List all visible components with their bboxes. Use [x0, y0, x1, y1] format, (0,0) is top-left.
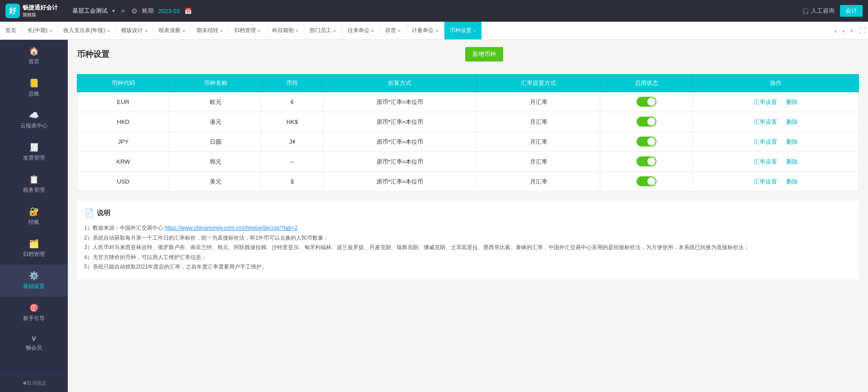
period-label: 账期 — [142, 7, 154, 15]
cell-code: USD — [77, 172, 170, 192]
tab-close-icon[interactable]: × — [49, 28, 52, 33]
title-row: 币种设置 新增币种 — [77, 49, 859, 67]
tab-close-icon[interactable]: × — [371, 28, 374, 33]
delete-link[interactable]: 删除 — [786, 138, 798, 145]
delete-link[interactable]: 删除 — [786, 99, 798, 105]
external-link[interactable]: https://www.chinamoney.com.cn/chinese/bk… — [165, 225, 297, 231]
sidebar-item-closing[interactable]: 🔐 结账 — [0, 200, 68, 232]
table-row: USD 美元 $ 原币*汇率=本位币 月汇率 汇率设置 删除 — [77, 172, 859, 192]
top-right-actions: 🎧 人工咨询 会计 — [802, 5, 863, 17]
sidebar-item-ledger[interactable]: 📒 总账 — [0, 72, 68, 104]
add-company-icon[interactable]: ＋ — [119, 6, 127, 16]
cell-rate-method: 月汇率 — [477, 172, 600, 192]
cell-code: HKD — [77, 112, 170, 132]
tab-close-all-button[interactable]: × — [847, 25, 856, 36]
tab-medium-period[interactable]: 长(中期) × — [22, 22, 58, 39]
sidebar-item-tax[interactable]: 📋 税务管理 — [0, 168, 68, 200]
tab-close-icon[interactable]: × — [333, 28, 336, 33]
tab-close-icon[interactable]: × — [258, 28, 260, 33]
enable-toggle[interactable] — [637, 117, 656, 127]
tab-close-icon[interactable]: × — [107, 28, 109, 33]
tab-close-icon[interactable]: × — [296, 28, 298, 33]
enable-toggle[interactable] — [637, 156, 656, 166]
tab-home[interactable]: 首页 — [0, 22, 22, 39]
cell-status — [600, 152, 693, 172]
tab-archive[interactable]: 归档管理 × — [229, 22, 266, 39]
period-value[interactable]: 2023-03 — [158, 8, 180, 14]
account-button[interactable]: 会计 — [840, 5, 863, 17]
currency-table: 币种代码 币种名称 币符 折算方式 汇率设置方式 启用状态 操作 EUR 欧元 … — [77, 74, 859, 192]
note-item: 4）无官方牌价的币种，可以用人工维护汇率信息； — [84, 253, 852, 263]
toggle-knob — [647, 98, 656, 106]
sidebar-pin-toggle[interactable]: ◀取消固定 — [0, 374, 68, 392]
delete-link[interactable]: 删除 — [786, 158, 798, 165]
sidebar-item-home[interactable]: 🏠 首页 — [0, 40, 68, 72]
notes-icon: 📄 — [84, 208, 94, 218]
tab-close-icon[interactable]: × — [145, 28, 147, 33]
toggle-knob — [647, 137, 656, 146]
tab-template-design[interactable]: 模版设计 × — [116, 22, 153, 39]
tab-close-icon[interactable]: × — [473, 28, 476, 33]
note-item: 1）数据来源：中国外汇交易中心 https://www.chinamoney.c… — [84, 223, 852, 233]
home-icon: 🏠 — [29, 46, 39, 56]
table-row: KRW 韩元 -- 原币*汇率=本位币 月汇率 汇率设置 删除 — [77, 152, 859, 172]
table-row: HKD 港元 HK$ 原币*汇率=本位币 月汇率 汇率设置 删除 — [77, 112, 859, 132]
col-name: 币种名称 — [170, 75, 262, 92]
enable-toggle[interactable] — [637, 176, 656, 186]
invoice-icon: 🧾 — [29, 142, 39, 152]
tab-next-button[interactable]: › — [840, 25, 847, 36]
sidebar-item-member[interactable]: V 畅会员 — [0, 329, 68, 358]
note-item: 5）系统只能自动抓取2021年度后的汇率，之前年度汇率需要用户手工维护。 — [84, 262, 852, 272]
tab-tax-book[interactable]: 税表清册 × — [153, 22, 191, 39]
help-button[interactable]: 🎧 人工咨询 — [802, 7, 835, 15]
ledger-icon: 📒 — [29, 78, 39, 88]
sidebar-item-settings[interactable]: ⚙️ 基础设置 — [0, 264, 68, 297]
tab-close-icon[interactable]: × — [220, 28, 223, 33]
tab-close-icon[interactable]: × — [398, 28, 401, 33]
delete-link[interactable]: 删除 — [786, 178, 798, 185]
rate-setting-link[interactable]: 汇率设置 — [754, 138, 777, 145]
cell-symbol: J¥ — [262, 132, 323, 152]
new-currency-button[interactable]: 新增币种 — [465, 47, 503, 61]
cell-calc-method: 原币*汇率=本位币 — [323, 152, 477, 172]
tab-currency[interactable]: 币种设置 × — [444, 22, 482, 39]
toggle-knob — [647, 118, 656, 126]
tab-prev-button[interactable]: ‹ — [832, 25, 840, 36]
tab-subject-init[interactable]: 科目期初 × — [267, 22, 304, 39]
rate-setting-link[interactable]: 汇率设置 — [754, 158, 777, 165]
calendar-icon[interactable]: 📅 — [184, 8, 192, 14]
headset-icon: 🎧 — [802, 8, 809, 14]
tab-unit[interactable]: 计量单位 × — [406, 22, 444, 39]
rate-setting-link[interactable]: 汇率设置 — [754, 99, 777, 105]
tab-close-icon[interactable]: × — [435, 28, 438, 33]
main-layout: 🏠 首页 📒 总账 ☁️ 云报表中心 🧾 发票管理 📋 税务管理 🔐 结账 🗂️… — [0, 40, 868, 392]
settings-icon[interactable]: ⚙ — [131, 7, 137, 15]
sidebar-item-invoice[interactable]: 🧾 发票管理 — [0, 136, 68, 168]
tab-inventory[interactable]: 存货 × — [380, 22, 406, 39]
cell-calc-method: 原币*汇率=本位币 — [323, 112, 477, 132]
sidebar-item-archive[interactable]: 🗂️ 归档管理 — [0, 232, 68, 264]
rate-setting-link[interactable]: 汇率设置 — [754, 178, 777, 185]
app-name: 畅捷通好会计 — [23, 4, 58, 12]
cell-action: 汇率设置 删除 — [693, 172, 859, 192]
cell-calc-method: 原币*汇率=本位币 — [323, 92, 477, 112]
delete-link[interactable]: 删除 — [786, 118, 798, 125]
cell-symbol: -- — [262, 152, 323, 172]
page-content: 币种设置 新增币种 币种代码 币种名称 币符 折算方式 汇率设置方式 启用状态 … — [68, 40, 868, 392]
sidebar-item-guide[interactable]: 🎯 新手引导 — [0, 297, 68, 329]
sidebar-item-report[interactable]: ☁️ 云报表中心 — [0, 104, 68, 136]
company-dropdown-icon[interactable]: ▾ — [112, 8, 115, 14]
tab-period-end[interactable]: 期末结转 × — [191, 22, 229, 39]
tab-income-report[interactable]: 收入支出表(年报) × — [58, 22, 115, 39]
tab-expand-button[interactable]: ⛶ — [856, 25, 868, 36]
tab-department[interactable]: 部门员工 × — [304, 22, 342, 39]
col-symbol: 币符 — [262, 75, 323, 92]
sidebar: 🏠 首页 📒 总账 ☁️ 云报表中心 🧾 发票管理 📋 税务管理 🔐 结账 🗂️… — [0, 40, 68, 392]
cell-rate-method: 月汇率 — [477, 92, 600, 112]
enable-toggle[interactable] — [637, 97, 656, 107]
rate-setting-link[interactable]: 汇率设置 — [754, 118, 777, 125]
archive-icon: 🗂️ — [29, 239, 39, 249]
enable-toggle[interactable] — [637, 137, 656, 146]
tab-close-icon[interactable]: × — [182, 28, 185, 33]
tab-contacts[interactable]: 往来单位 × — [342, 22, 380, 39]
